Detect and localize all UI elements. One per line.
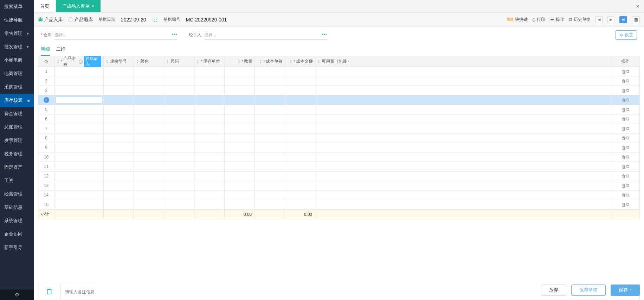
- cell[interactable]: [315, 171, 611, 181]
- cell[interactable]: [194, 86, 225, 95]
- cell[interactable]: [285, 76, 315, 86]
- scan-badge[interactable]: 扫码录入: [84, 56, 101, 67]
- sidebar-item-16[interactable]: 系统管理: [0, 214, 34, 227]
- cell[interactable]: [285, 114, 315, 124]
- table-row[interactable]: 14🗑⧉: [38, 190, 639, 200]
- copy-row-icon[interactable]: ⧉: [626, 154, 629, 160]
- cell[interactable]: [255, 171, 285, 181]
- cell[interactable]: [285, 86, 315, 95]
- sidebar-item-1[interactable]: 快捷导航: [0, 13, 34, 27]
- copy-row-icon[interactable]: ⧉: [626, 107, 629, 112]
- cell[interactable]: [255, 67, 285, 76]
- cell[interactable]: [315, 181, 611, 190]
- cell-product-name[interactable]: [54, 171, 104, 181]
- cell[interactable]: [134, 114, 164, 124]
- col-price[interactable]: ▲▼*成本单价: [255, 56, 285, 67]
- cell[interactable]: [285, 190, 315, 200]
- sidebar-item-15[interactable]: 基础信息: [0, 201, 34, 214]
- cell-product-name[interactable]: [54, 95, 104, 105]
- cell-product-name[interactable]: [54, 190, 104, 200]
- delete-row-icon[interactable]: 🗑: [622, 155, 626, 160]
- table-row[interactable]: 5🗑⧉: [38, 105, 639, 114]
- cell[interactable]: [104, 181, 134, 190]
- delete-row-icon[interactable]: 🗑: [622, 145, 626, 150]
- cell[interactable]: [194, 105, 225, 114]
- cell[interactable]: [225, 86, 255, 95]
- cell-product-name[interactable]: [54, 67, 104, 76]
- cell[interactable]: [285, 124, 315, 133]
- cell[interactable]: [225, 152, 255, 162]
- cell-product-name[interactable]: [54, 86, 104, 95]
- cell[interactable]: [104, 190, 134, 200]
- copy-row-icon[interactable]: ⧉: [626, 135, 629, 141]
- cell[interactable]: [255, 114, 285, 124]
- cell[interactable]: [194, 171, 225, 181]
- cell[interactable]: [255, 190, 285, 200]
- copy-row-icon[interactable]: ⧉: [626, 145, 629, 150]
- sidebar-item-12[interactable]: 固定资产: [0, 161, 34, 174]
- cell[interactable]: [315, 190, 611, 200]
- cell[interactable]: [225, 171, 255, 181]
- cell[interactable]: [285, 181, 315, 190]
- cell[interactable]: [194, 152, 225, 162]
- table-row[interactable]: 6🗑⧉: [38, 114, 639, 124]
- settings-button[interactable]: ⚙设置: [616, 30, 637, 40]
- table-row[interactable]: 13🗑⧉: [38, 181, 639, 190]
- view-grid-button[interactable]: ▦: [632, 16, 640, 23]
- view-list-button[interactable]: ≣: [619, 16, 627, 23]
- cell[interactable]: [255, 124, 285, 133]
- cell[interactable]: [225, 143, 255, 152]
- col-size[interactable]: ▲▼尺码: [164, 56, 194, 67]
- cell[interactable]: [164, 162, 194, 171]
- cell-product-name[interactable]: [54, 152, 104, 162]
- cell[interactable]: [315, 162, 611, 171]
- cell[interactable]: [315, 95, 611, 105]
- cell[interactable]: [134, 133, 164, 143]
- cell[interactable]: [104, 114, 134, 124]
- save-button[interactable]: 保存˄: [611, 285, 640, 296]
- cell[interactable]: [315, 200, 611, 209]
- sidebar-item-9[interactable]: 总账管理: [0, 120, 34, 134]
- table-row[interactable]: 10🗑⧉: [38, 152, 639, 162]
- cell[interactable]: [104, 67, 134, 76]
- cell[interactable]: [164, 76, 194, 86]
- cell[interactable]: [134, 190, 164, 200]
- cell[interactable]: [134, 105, 164, 114]
- cell[interactable]: [225, 67, 255, 76]
- radio-product-out[interactable]: 产品退库: [68, 17, 93, 23]
- cell[interactable]: [164, 95, 194, 105]
- cell[interactable]: [164, 133, 194, 143]
- print-link[interactable]: ⎙打印: [533, 17, 545, 23]
- cell-product-name[interactable]: [54, 162, 104, 171]
- cell[interactable]: [194, 190, 225, 200]
- cell[interactable]: [255, 200, 285, 209]
- sidebar-item-11[interactable]: 税务管理: [0, 147, 34, 161]
- cell[interactable]: [225, 181, 255, 190]
- cell[interactable]: [315, 124, 611, 133]
- cell[interactable]: [104, 105, 134, 114]
- sidebar-item-6[interactable]: 采购管理: [0, 80, 34, 94]
- col-settings[interactable]: ⚙: [38, 56, 54, 67]
- col-spec[interactable]: ▲▼规格型号: [104, 56, 134, 67]
- cell[interactable]: [285, 171, 315, 181]
- cell[interactable]: [255, 105, 285, 114]
- cell[interactable]: [134, 86, 164, 95]
- cell-product-name[interactable]: [54, 114, 104, 124]
- cell[interactable]: [194, 143, 225, 152]
- cell[interactable]: [255, 143, 285, 152]
- delete-row-icon[interactable]: 🗑: [622, 126, 626, 131]
- help-icon[interactable]: ?: [79, 60, 83, 64]
- cell[interactable]: [225, 162, 255, 171]
- cell[interactable]: [134, 95, 164, 105]
- cell[interactable]: [225, 76, 255, 86]
- page-tab-1[interactable]: 产成品入库单×: [56, 0, 101, 12]
- cell[interactable]: [285, 143, 315, 152]
- cell[interactable]: [285, 67, 315, 76]
- cell[interactable]: [164, 105, 194, 114]
- table-row[interactable]: 11🗑⧉: [38, 162, 639, 171]
- cell[interactable]: [134, 76, 164, 86]
- cell[interactable]: [134, 200, 164, 209]
- col-color[interactable]: ▲▼颜色: [134, 56, 164, 67]
- delete-row-icon[interactable]: 🗑: [622, 193, 626, 198]
- cell[interactable]: [104, 171, 134, 181]
